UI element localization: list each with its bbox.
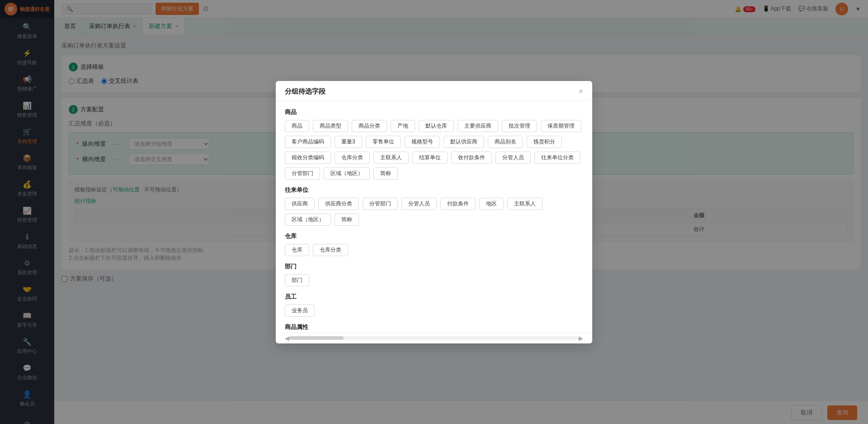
field-tag-product-1[interactable]: 商品类型 — [313, 120, 348, 132]
field-tag-counterpart-7[interactable]: 区域（地区） — [285, 214, 331, 226]
field-tag-product-21[interactable]: 往来单位分类 — [534, 152, 580, 164]
field-tags-counterpart: 供应商供应商分类分管部门分管人员付款条件地区主联系人区域（地区）简称 — [285, 198, 583, 226]
field-tag-product-20[interactable]: 分管人员 — [495, 152, 531, 164]
field-tag-product-19[interactable]: 收付款条件 — [451, 152, 492, 164]
field-tag-product-0[interactable]: 商品 — [285, 120, 309, 132]
field-tag-counterpart-1[interactable]: 供应商分类 — [318, 198, 359, 210]
field-tag-counterpart-8[interactable]: 简称 — [335, 214, 359, 226]
field-tag-product-23[interactable]: 区域（地区） — [324, 167, 370, 180]
modal-title: 分组待选字段 — [285, 87, 326, 96]
field-tag-counterpart-6[interactable]: 主联系人 — [507, 198, 542, 210]
field-tag-product-8[interactable]: 客户商品编码 — [285, 136, 331, 148]
field-tags-employee: 业务员 — [285, 305, 583, 317]
field-tag-product-9[interactable]: 重量3 — [335, 136, 362, 148]
field-tag-employee-0[interactable]: 业务员 — [285, 305, 315, 317]
field-tag-product-24[interactable]: 简称 — [373, 167, 398, 180]
field-tag-product-4[interactable]: 默认仓库 — [419, 120, 454, 132]
field-tag-department-0[interactable]: 部门 — [285, 274, 309, 286]
field-tag-counterpart-5[interactable]: 地区 — [479, 198, 504, 210]
field-tag-product-10[interactable]: 零售单位 — [366, 136, 401, 148]
field-tag-warehouse-0[interactable]: 仓库 — [285, 244, 309, 256]
field-tag-product-3[interactable]: 产地 — [391, 120, 415, 132]
field-tag-counterpart-4[interactable]: 付款条件 — [440, 198, 476, 210]
field-tags-product: 商品商品类型商品分类产地默认仓库主要供应商批次管理保质期管理客户商品编码重量3零… — [285, 120, 583, 180]
modal-overlay[interactable]: 分组待选字段 × 商品商品商品类型商品分类产地默认仓库主要供应商批次管理保质期管… — [0, 0, 868, 424]
field-tag-product-15[interactable]: 税收分类编码 — [285, 152, 331, 164]
field-tag-product-17[interactable]: 主联系人 — [373, 152, 409, 164]
field-tag-product-18[interactable]: 结算单位 — [412, 152, 448, 164]
section-title-department: 部门 — [285, 262, 583, 271]
modal-header: 分组待选字段 × — [276, 81, 592, 101]
field-tag-product-7[interactable]: 保质期管理 — [541, 120, 581, 132]
field-tag-counterpart-0[interactable]: 供应商 — [285, 198, 315, 210]
field-tag-product-2[interactable]: 商品分类 — [352, 120, 387, 132]
field-tag-product-13[interactable]: 商品别名 — [488, 136, 523, 148]
modal-body: 商品商品商品类型商品分类产地默认仓库主要供应商批次管理保质期管理客户商品编码重量… — [276, 101, 592, 333]
field-tag-product-14[interactable]: 拣货积分 — [527, 136, 562, 148]
field-tag-product-5[interactable]: 主要供应商 — [458, 120, 498, 132]
h-scroll-right-arrow[interactable]: ▶ — [579, 335, 583, 342]
field-tag-counterpart-3[interactable]: 分管人员 — [401, 198, 437, 210]
field-tag-product-12[interactable]: 默认供应商 — [443, 136, 484, 148]
h-scroll-track — [289, 336, 579, 340]
field-tag-product-22[interactable]: 分管部门 — [285, 167, 320, 180]
section-title-counterpart: 往来单位 — [285, 186, 583, 194]
h-scroll-thumb[interactable] — [289, 336, 344, 340]
field-tags-department: 部门 — [285, 274, 583, 286]
section-title-employee: 员工 — [285, 293, 583, 301]
h-scroll-left-arrow[interactable]: ◀ — [285, 335, 289, 342]
field-tag-product-6[interactable]: 批次管理 — [502, 120, 537, 132]
field-tags-warehouse: 仓库仓库分类 — [285, 244, 583, 256]
horizontal-scroll: ◀ ▶ — [276, 333, 592, 343]
modal-close-button[interactable]: × — [578, 87, 583, 95]
section-title-product_attr: 商品属性 — [285, 323, 583, 331]
field-tag-counterpart-2[interactable]: 分管部门 — [363, 198, 398, 210]
section-title-warehouse: 仓库 — [285, 232, 583, 240]
field-tag-product-11[interactable]: 规格型号 — [405, 136, 440, 148]
modal: 分组待选字段 × 商品商品商品类型商品分类产地默认仓库主要供应商批次管理保质期管… — [276, 81, 592, 343]
section-title-product: 商品 — [285, 108, 583, 116]
field-tag-product-16[interactable]: 仓库分类 — [335, 152, 370, 164]
field-tag-warehouse-1[interactable]: 仓库分类 — [313, 244, 348, 256]
